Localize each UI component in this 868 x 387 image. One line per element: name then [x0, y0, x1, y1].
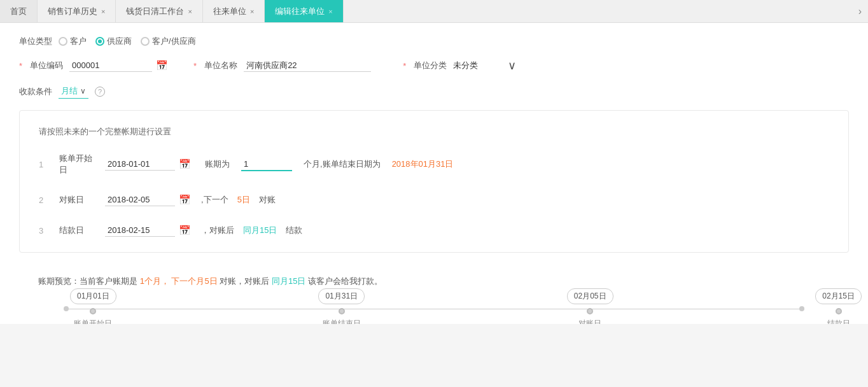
calendar-icon-3[interactable]: 📅: [179, 225, 191, 236]
payment-suffix: 结款: [286, 225, 302, 236]
timeline-point-1: 01月01日 账单开始日: [70, 288, 116, 324]
timeline-point-2: 01月31日 账单结束日: [318, 288, 365, 324]
unit-type-row: 单位类型 客户 供应商 客户/供应商: [19, 36, 849, 47]
period-result-1: 2018年01月31日: [392, 158, 454, 170]
setting-row-3: 3 结款日 📅 ，对账后 同月15日 结款: [39, 224, 829, 237]
timeline-start-dot: [64, 306, 69, 311]
point-sublabel-1: 账单开始日: [74, 318, 112, 324]
period-unit-1: 个月,账单结束日期为: [304, 158, 381, 170]
preview-label: 账期预览：当前客户账期是: [38, 276, 137, 286]
tab-home[interactable]: 首页: [0, 0, 38, 22]
required-star-name: *: [193, 61, 197, 71]
radio-label-both: 客户/供应商: [152, 36, 196, 47]
step-label-2: 对账日: [59, 194, 97, 206]
radio-both[interactable]: 客户/供应商: [141, 36, 196, 47]
point-circle-4: [836, 308, 842, 314]
calendar-icon-2[interactable]: 📅: [179, 194, 191, 206]
step-num-1: 1: [39, 160, 52, 169]
unit-info-row: * 单位编码 📅 * 单位名称 * 单位分类 未分类 ∨: [19, 59, 849, 73]
date-field-3: 📅: [105, 224, 191, 237]
tab-close-partner[interactable]: ×: [250, 8, 254, 15]
calendar-icon-code[interactable]: 📅: [156, 60, 168, 71]
tab-close-edit-partner[interactable]: ×: [328, 8, 332, 15]
reconcile-day: 5日: [237, 194, 250, 206]
step-num-3: 3: [39, 226, 52, 236]
page-content: 单位类型 客户 供应商 客户/供应商 * 单位编码 📅 * 单位名称 *: [0, 23, 868, 324]
help-icon-payment[interactable]: ?: [95, 87, 105, 97]
settings-card: 请按照未来的一个完整帐期进行设置 1 账单开始日 📅 账期为 个月,账单结束日期…: [19, 110, 849, 253]
point-sublabel-2: 账单结束日: [323, 318, 361, 324]
payment-condition-value: 月结: [61, 85, 78, 97]
dropdown-icon-payment: ∨: [80, 87, 86, 95]
payment-condition-label: 收款条件: [19, 86, 52, 97]
unit-category-value: 未分类: [453, 60, 504, 71]
radio-customer[interactable]: 客户: [59, 36, 87, 47]
timeline-points: 01月01日 账单开始日 01月31日 账单结束日 02月05日 对账日 02月…: [70, 288, 862, 324]
point-pill-3: 02月05日: [567, 288, 613, 304]
payment-day: 同月15日: [243, 225, 277, 236]
point-pill-1: 01月01日: [70, 288, 116, 304]
tab-bar: 首页 销售订单历史 × 钱货日清工作台 × 往来单位 × 编辑往来单位 × ›: [0, 0, 868, 23]
tab-close-sales[interactable]: ×: [101, 8, 105, 15]
required-star-code: *: [19, 61, 22, 71]
unit-code-input[interactable]: [69, 59, 152, 72]
payment-condition-dropdown[interactable]: 月结 ∨: [59, 84, 88, 99]
payment-prefix: ，对账后: [201, 225, 234, 236]
radio-label-customer: 客户: [70, 36, 87, 47]
tab-partner-unit[interactable]: 往来单位 ×: [203, 0, 265, 22]
date-input-3[interactable]: [105, 224, 175, 237]
timeline-point-3: 02月05日 对账日: [567, 288, 613, 324]
reconcile-prefix: ,下一个: [201, 194, 228, 206]
radio-supplier[interactable]: 供应商: [95, 36, 132, 47]
date-input-2[interactable]: [105, 194, 175, 206]
preview-end: 该客户会给我打款。: [308, 276, 382, 286]
step-label-3: 结款日: [59, 225, 97, 236]
step-label-1: 账单开始日: [59, 153, 97, 176]
preview-part1: 1个月，: [140, 276, 169, 286]
preview-text: 账期预览：当前客户账期是 1个月， 下一个月5日 对账，对账后 同月15日 该客…: [38, 276, 830, 287]
preview-section: 账期预览：当前客户账期是 1个月， 下一个月5日 对账，对账后 同月15日 该客…: [19, 265, 849, 311]
timeline-point-4: 02月15日 结款日: [815, 288, 862, 324]
tab-edit-partner[interactable]: 编辑往来单位 ×: [265, 0, 343, 22]
tab-sales-order-history[interactable]: 销售订单历史 ×: [38, 0, 116, 22]
unit-name-label: 单位名称: [204, 60, 237, 71]
unit-category-label: 单位分类: [414, 60, 447, 71]
unit-type-radio-group: 客户 供应商 客户/供应商: [59, 36, 196, 47]
setting-row-1: 1 账单开始日 📅 账期为 个月,账单结束日期为 2018年01月31日: [39, 153, 829, 176]
point-circle-2: [339, 308, 345, 314]
radio-circle-supplier: [95, 37, 104, 46]
point-pill-2: 01月31日: [318, 288, 365, 304]
settings-title: 请按照未来的一个完整帐期进行设置: [39, 126, 829, 137]
unit-type-label: 单位类型: [19, 36, 52, 47]
required-star-cat: *: [403, 61, 406, 71]
calendar-icon-1[interactable]: 📅: [179, 158, 191, 170]
payment-condition-row: 收款条件 月结 ∨ ?: [19, 84, 849, 99]
point-pill-4: 02月15日: [815, 288, 862, 304]
point-circle-3: [587, 308, 593, 314]
reconcile-suffix: 对账: [259, 194, 276, 206]
unit-name-input[interactable]: [244, 59, 371, 72]
radio-label-supplier: 供应商: [107, 36, 132, 47]
period-input[interactable]: [241, 158, 292, 171]
point-sublabel-3: 对账日: [578, 318, 601, 324]
point-sublabel-4: 结款日: [827, 318, 850, 324]
tab-cash-work[interactable]: 钱货日清工作台 ×: [116, 0, 202, 22]
dropdown-icon-category[interactable]: ∨: [508, 59, 516, 73]
unit-code-field-group: 📅: [69, 59, 168, 72]
unit-code-label: 单位编码: [30, 60, 63, 71]
preview-part3: 同月15日: [272, 276, 305, 286]
setting-row-2: 2 对账日 📅 ,下一个 5日 对账: [39, 194, 829, 206]
tab-scroll-right[interactable]: ›: [852, 0, 868, 22]
preview-part2: 下一个月5日: [171, 276, 217, 286]
unit-category-field-group: 未分类 ∨: [453, 59, 516, 73]
radio-circle-both: [141, 37, 150, 46]
step-num-2: 2: [39, 195, 52, 205]
point-circle-1: [90, 308, 96, 314]
radio-circle-customer: [59, 37, 67, 46]
tab-close-cash[interactable]: ×: [188, 8, 192, 15]
date-field-2: 📅: [105, 194, 191, 206]
timeline-container: 01月01日 账单开始日 01月31日 账单结束日 02月05日 对账日 02月…: [38, 306, 830, 311]
date-input-1[interactable]: [105, 158, 175, 171]
period-label-1: 账期为: [205, 158, 230, 170]
preview-mid: 对账，对账后: [220, 276, 269, 286]
